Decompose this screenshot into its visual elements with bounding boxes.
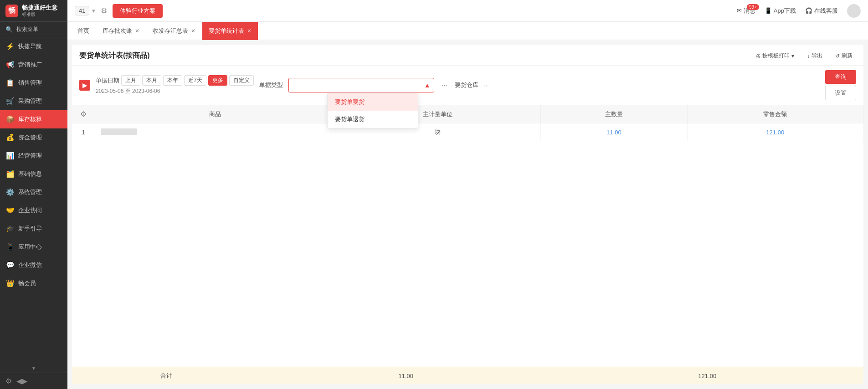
logo-icon: 畅 <box>5 5 18 17</box>
topbar: 41 ▾ ⚙ 体验行业方案 ✉ 消息 99+ 📱 App下载 🎧 在线客服 <box>67 0 868 22</box>
sidebar-item-purchase[interactable]: 🛒 采购管理 <box>0 92 67 110</box>
dropdown-option-要货单退货[interactable]: 要货单退货 <box>328 111 418 128</box>
online-service-item[interactable]: 🎧 在线客服 <box>805 7 838 15</box>
sidebar-item-member[interactable]: 👑 畅会员 <box>0 274 67 292</box>
sidebar-item-marketing[interactable]: 📢 营销推广 <box>0 56 67 74</box>
footer-quantity: 11.00 <box>255 373 557 379</box>
tab-order-summary[interactable]: 要货单统计表✕ <box>202 22 258 40</box>
export-btn-label: 导出 <box>812 52 822 60</box>
filter-settings-btn[interactable]: 设置 <box>825 86 856 100</box>
dropdown-option-要货单要货[interactable]: 要货单要货 <box>328 93 418 111</box>
date-label: 单据日期 <box>96 77 119 85</box>
topbar-workspace: 41 ▾ <box>75 6 95 15</box>
basic-info-label: 基础信息 <box>18 170 42 178</box>
type-select-dots[interactable]: ··· <box>440 81 449 89</box>
tab-label-home: 首页 <box>77 27 89 35</box>
sidebar-item-basic-info[interactable]: 🗂️ 基础信息 <box>0 165 67 183</box>
inventory-label: 库存核算 <box>18 115 42 123</box>
logo-main-text: 畅捷通好生意 <box>22 4 57 12</box>
page-content: 要货单统计表(按商品) 🖨 按模板打印 ▾ ↓ 导出 ↺ 刷新 <box>72 45 863 384</box>
gear-btn[interactable]: ⚙ <box>80 110 87 118</box>
member-icon: 👑 <box>5 279 15 287</box>
sidebar-nav: ⚡ 快捷导航 📢 营销推广 📋 销售管理 🛒 采购管理 📦 库存核算 💰 资金管… <box>0 37 67 364</box>
collapse-icon[interactable]: ◀▶ <box>16 377 27 385</box>
table-footer: 合计 11.00 121.00 <box>72 367 863 384</box>
user-avatar <box>847 4 861 18</box>
tab-close-order-summary[interactable]: ✕ <box>247 28 252 34</box>
warehouse-dots[interactable]: ··· <box>484 82 489 89</box>
avatar-item[interactable] <box>847 4 861 18</box>
date-btn-7days[interactable]: 近7天 <box>184 75 206 86</box>
warehouse-label: 要货仓库 <box>455 81 478 89</box>
col-quantity: 主数量 <box>541 105 687 123</box>
date-btn-custom[interactable]: 自定义 <box>229 75 254 86</box>
table-row: 1 块 11.00 121.00 <box>72 123 863 141</box>
finance-label: 资金管理 <box>18 133 42 142</box>
message-badge: 99+ <box>747 4 759 10</box>
print-btn[interactable]: 🖨 按模板打印 ▾ <box>751 50 798 61</box>
sidebar-item-quick-nav[interactable]: ⚡ 快捷导航 <box>0 37 67 56</box>
sidebar-logo: 畅 畅捷通好生意 标准版 <box>0 0 67 22</box>
page-title: 要货单统计表(按商品) <box>79 51 150 61</box>
col-product: 商品 <box>95 105 335 123</box>
print-icon: 🖨 <box>755 53 760 59</box>
sidebar-scroll-arrow[interactable]: ▼ <box>0 364 67 373</box>
member-label: 畅会员 <box>18 279 36 287</box>
tab-inventory-batch[interactable]: 库存批次账✕ <box>96 22 146 40</box>
marketing-icon: 📢 <box>5 61 15 69</box>
date-btn-this-year[interactable]: 本年 <box>163 75 182 86</box>
system-label: 系统管理 <box>18 188 42 196</box>
sidebar-item-sales[interactable]: 📋 销售管理 <box>0 74 67 92</box>
settings-bottom-icon[interactable]: ⚙ <box>5 377 12 385</box>
print-arrow-icon: ▾ <box>791 53 794 59</box>
tab-home[interactable]: 首页 <box>71 22 96 40</box>
sidebar-item-app-center[interactable]: 📱 应用中心 <box>0 238 67 256</box>
wechat-label: 企业微信 <box>18 261 42 269</box>
tab-close-inventory-batch[interactable]: ✕ <box>135 28 139 34</box>
workspace-arrow[interactable]: ▾ <box>92 7 95 14</box>
message-item[interactable]: ✉ 消息 99+ <box>737 7 755 15</box>
sidebar-item-operations[interactable]: 📊 经营管理 <box>0 147 67 165</box>
sidebar-item-system[interactable]: ⚙️ 系统管理 <box>0 183 67 201</box>
table-container: ⚙ 商品 主计量单位 主数量 零售金额 1 块 11.00 121.00 <box>72 105 863 367</box>
tab-close-receive-summary[interactable]: ✕ <box>191 28 195 34</box>
type-select[interactable]: 要货单要货 要货单退货 <box>288 78 434 92</box>
message-icon: ✉ <box>737 7 742 14</box>
date-btn-more[interactable]: 更多 <box>208 75 227 86</box>
tabs-bar: 首页库存批次账✕收发存汇总表✕要货单统计表✕ <box>67 22 868 40</box>
marketing-label: 营销推广 <box>18 61 42 69</box>
sidebar-item-wechat[interactable]: 💬 企业微信 <box>0 256 67 274</box>
filter-date-group: 单据日期 上月 本月 本年 近7天 更多 自定义 2023-05-06 至 20… <box>96 75 254 95</box>
tab-receive-summary[interactable]: 收发存汇总表✕ <box>146 22 202 40</box>
app-download-item[interactable]: 📱 App下载 <box>765 7 796 15</box>
row-amount: 121.00 <box>687 123 863 141</box>
date-btn-last-month[interactable]: 上月 <box>121 75 140 86</box>
quick-nav-label: 快捷导航 <box>18 42 42 51</box>
type-label: 单据类型 <box>259 81 283 89</box>
topbar-settings-icon[interactable]: ⚙ <box>101 6 107 15</box>
sidebar-item-inventory[interactable]: 📦 库存核算 <box>0 110 67 128</box>
sidebar-item-finance[interactable]: 💰 资金管理 <box>0 128 67 147</box>
sidebar-item-enterprise[interactable]: 🤝 企业协同 <box>0 201 67 220</box>
filter-right-btns: 查询 设置 <box>825 70 856 100</box>
filter-expand-btn[interactable]: ▶ <box>79 80 90 91</box>
type-select-wrapper: 要货单要货 要货单退货 ▲ <box>288 78 434 92</box>
inventory-icon: 📦 <box>5 115 15 123</box>
page-header: 要货单统计表(按商品) 🖨 按模板打印 ▾ ↓ 导出 ↺ 刷新 <box>72 45 863 66</box>
trial-btn[interactable]: 体验行业方案 <box>113 4 163 18</box>
sidebar-search[interactable]: 🔍 搜索菜单 <box>0 22 67 37</box>
sidebar-item-guide[interactable]: 🎓 新手引导 <box>0 220 67 238</box>
sidebar-search-label: 搜索菜单 <box>16 26 38 33</box>
workspace-number: 41 <box>75 6 89 15</box>
row-product <box>95 123 335 141</box>
topbar-right: ✉ 消息 99+ 📱 App下载 🎧 在线客服 <box>737 4 861 18</box>
purchase-icon: 🛒 <box>5 97 15 105</box>
export-btn[interactable]: ↓ 导出 <box>803 50 826 61</box>
refresh-btn[interactable]: ↺ 刷新 <box>832 50 856 61</box>
filter-bar: ▶ 单据日期 上月 本月 本年 近7天 更多 自定义 2023-05-06 至 … <box>72 66 863 105</box>
wechat-icon: 💬 <box>5 261 15 269</box>
col-amount: 零售金额 <box>687 105 863 123</box>
query-btn[interactable]: 查询 <box>825 70 856 84</box>
date-btn-this-month[interactable]: 本月 <box>142 75 161 86</box>
guide-icon: 🎓 <box>5 225 15 233</box>
